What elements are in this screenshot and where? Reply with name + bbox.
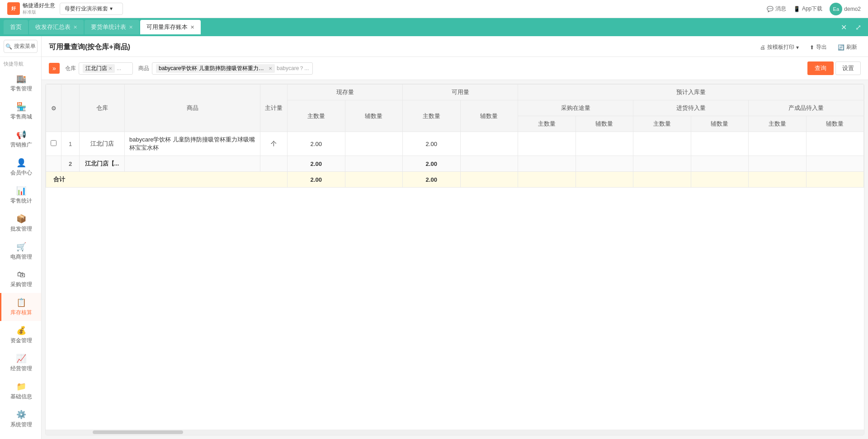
sidebar-item-retail-mgmt[interactable]: 🏬 零售管理 (0, 69, 41, 97)
row-1-checkbox[interactable] (51, 140, 57, 146)
sidebar-item-wholesale-mgmt[interactable]: 📦 批发管理 (0, 209, 41, 237)
row-1-incoming-main (633, 132, 691, 156)
warehouse-tag-text: 江北门店 (85, 65, 107, 72)
row-1-stock-aux (345, 132, 403, 156)
top-bar-right: 💬 消息 📱 App下载 Ea demo2 (767, 3, 861, 15)
sidebar-item-purchase[interactable]: 🛍 采购管理 (0, 265, 41, 293)
retail-store-icon: 🏪 (16, 102, 26, 112)
footer-purchase-aux (576, 172, 633, 188)
th-available: 可用量 (403, 85, 518, 100)
ecommerce-icon: 🛒 (16, 242, 26, 252)
template-print-btn[interactable]: 🖨 按模板打印 ▾ (756, 42, 802, 53)
logo-text-group: 畅捷通好生意 标准版 (23, 2, 55, 15)
row-2-unit (260, 156, 288, 172)
row-1-avail-main: 2.00 (403, 132, 461, 156)
maximize-btn[interactable]: ⤢ (852, 21, 864, 33)
query-btn[interactable]: 查询 (807, 61, 834, 75)
message-btn[interactable]: 💬 消息 (767, 5, 786, 13)
page-actions: 🖨 按模板打印 ▾ ⬆ 导出 🔄 刷新 (756, 42, 861, 53)
product-more[interactable]: babycare？... (277, 65, 309, 72)
table-footer: 合计 2.00 2.00 (46, 172, 864, 188)
tab-order-stats-label: 要货单统计表 (91, 23, 126, 31)
sidebar-item-member[interactable]: 👤 会员中心 (0, 153, 41, 181)
th-warehouse: 仓库 (80, 85, 125, 132)
footer-avail-main: 2.00 (403, 172, 461, 188)
table-scroll[interactable]: ⚙ 仓库 商品 主计量 现存量 可用量 预计入库量 主数量 辅数量 (46, 84, 864, 430)
sidebar-item-system[interactable]: ⚙️ 系统管理 (0, 405, 41, 433)
row-2-product (125, 156, 260, 172)
row-1-num: 1 (61, 132, 80, 156)
tab-home-label: 首页 (10, 23, 22, 31)
th-purchase-transit: 采购在途量 (518, 100, 633, 116)
sidebar-item-label: 电商管理 (10, 253, 32, 261)
product-tag-1: babycare学饮杯 儿童防摔防撞吸管杯重力球吸嘴杯宝宝水杯 ✕ (156, 64, 275, 73)
settings-btn[interactable]: 设置 (835, 61, 861, 75)
tab-available-stock-close[interactable]: ✕ (190, 24, 194, 30)
footer-label: 合计 (46, 172, 288, 188)
row-1-product: babycare学饮杯 儿童防摔防撞吸管杯重力球吸嘴杯宝宝水杯 (125, 132, 260, 156)
search-icon: 🔍 (5, 43, 12, 50)
th-settings[interactable]: ⚙ (46, 85, 61, 132)
quick-nav-label[interactable]: 快捷导航 (0, 57, 41, 69)
product-tag-text: babycare学饮杯 儿童防摔防撞吸管杯重力球吸嘴杯宝宝水杯 (159, 65, 267, 72)
row-1-products-main (749, 132, 807, 156)
sidebar-item-retail-store[interactable]: 🏪 零售商城 (0, 97, 41, 125)
row-2-checkbox (46, 156, 61, 172)
data-table: ⚙ 仓库 商品 主计量 现存量 可用量 预计入库量 主数量 辅数量 (46, 84, 864, 188)
footer-stock-main: 2.00 (288, 172, 345, 188)
app-download-btn[interactable]: 📱 App下载 (793, 5, 822, 13)
sidebar-item-label: 经营管理 (10, 365, 32, 373)
expand-btn[interactable]: » (49, 63, 60, 74)
row-1-avail-aux (460, 132, 518, 156)
row-2-num: 2 (61, 156, 80, 172)
sidebar-item-retail-stats[interactable]: 📊 零售统计 (0, 181, 41, 209)
tab-order-stats-close[interactable]: ✕ (129, 24, 133, 30)
th-incoming-pending: 进货待入量 (633, 100, 749, 116)
sidebar-item-ecommerce[interactable]: 🛒 电商管理 (0, 237, 41, 265)
tab-available-stock[interactable]: 可用量库存账本 ✕ (140, 20, 201, 34)
sidebar-item-finance[interactable]: 💰 资金管理 (0, 321, 41, 349)
th-products-aux: 辅数量 (806, 116, 864, 132)
row-2-warehouse: 江北门店【... (80, 156, 125, 172)
tab-order-stats[interactable]: 要货单统计表 ✕ (85, 20, 139, 34)
row-1-unit: 个 (260, 132, 288, 156)
row-2-purchase-aux (576, 156, 633, 172)
tab-receipts[interactable]: 收发存汇总表 ✕ (29, 20, 84, 34)
sidebar-item-inventory[interactable]: 📋 库存核算 (0, 293, 41, 321)
product-tag-close[interactable]: ✕ (269, 66, 272, 71)
tab-receipts-close[interactable]: ✕ (73, 24, 77, 30)
warehouse-tags[interactable]: 江北门店 ✕ ... (79, 62, 133, 75)
warehouse-more[interactable]: ... (117, 65, 121, 71)
industry-label: 母婴行业演示账套 (65, 5, 108, 13)
row-2-products-main (749, 156, 807, 172)
row-2-incoming-aux (691, 156, 749, 172)
sidebar-search-area: 🔍 搜索菜单 (0, 36, 41, 57)
logo-text: 畅捷通好生意 (23, 2, 55, 9)
sidebar-item-label: 资金管理 (10, 337, 32, 345)
close-window-btn[interactable]: ✕ (837, 21, 850, 33)
horizontal-scrollbar[interactable] (46, 430, 864, 435)
sidebar-item-base-info[interactable]: 📁 基础信息 (0, 377, 41, 405)
row-1-products-aux (806, 132, 864, 156)
export-icon: ⬆ (810, 44, 814, 51)
table-wrapper: ⚙ 仓库 商品 主计量 现存量 可用量 预计入库量 主数量 辅数量 (45, 84, 864, 435)
row-1-warehouse: 江北门店 (80, 132, 125, 156)
page-header: 可用量查询(按仓库+商品) 🖨 按模板打印 ▾ ⬆ 导出 🔄 刷新 (42, 36, 868, 57)
product-tags[interactable]: babycare学饮杯 儿童防摔防撞吸管杯重力球吸嘴杯宝宝水杯 ✕ babyca… (152, 62, 313, 75)
tab-home[interactable]: 首页 (4, 20, 28, 34)
footer-products-main (749, 172, 807, 188)
row-checkbox[interactable] (46, 132, 61, 156)
sidebar-search-btn[interactable]: 🔍 搜索菜单 (4, 40, 38, 53)
table-header-row-1: ⚙ 仓库 商品 主计量 现存量 可用量 预计入库量 (46, 85, 864, 100)
sidebar-item-enterprise[interactable]: 🤝 企业协同 (0, 433, 41, 439)
row-2-incoming-main (633, 156, 691, 172)
refresh-btn[interactable]: 🔄 刷新 (834, 42, 861, 53)
industry-select[interactable]: 母婴行业演示账套 ▾ (60, 3, 123, 15)
sidebar-item-marketing[interactable]: 📢 营销推广 (0, 125, 41, 153)
scroll-thumb[interactable] (93, 430, 183, 434)
user-area[interactable]: Ea demo2 (830, 3, 861, 15)
sidebar-item-operations[interactable]: 📈 经营管理 (0, 349, 41, 377)
sidebar-item-label: 零售统计 (10, 197, 32, 205)
export-btn[interactable]: ⬆ 导出 (806, 42, 830, 53)
warehouse-tag-close[interactable]: ✕ (108, 66, 112, 71)
